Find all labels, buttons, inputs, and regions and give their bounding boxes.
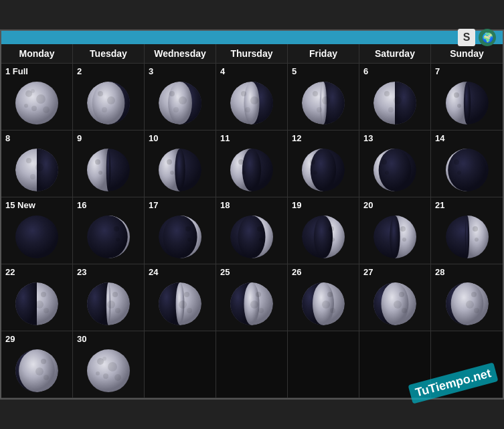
svg-point-115	[238, 216, 266, 258]
svg-point-177	[402, 308, 407, 313]
moon-phase	[228, 213, 276, 261]
day-number: 7	[434, 66, 440, 76]
svg-point-78	[238, 159, 244, 165]
calendar-cell: 20	[359, 197, 431, 264]
svg-point-5	[43, 106, 50, 113]
day-number: 25	[219, 267, 230, 277]
day-number: 17	[147, 200, 158, 210]
svg-rect-64	[86, 147, 108, 193]
svg-point-65	[106, 149, 110, 191]
moon-phase	[228, 79, 276, 127]
svg-point-161	[256, 292, 261, 297]
svg-point-109	[163, 216, 197, 258]
day-number: 26	[290, 267, 301, 277]
svg-point-191	[44, 375, 49, 380]
svg-point-134	[473, 226, 478, 232]
day-number: 18	[219, 200, 230, 210]
moon-phase	[443, 79, 491, 127]
svg-point-128	[400, 226, 406, 232]
svg-point-91	[385, 171, 389, 175]
svg-point-59	[26, 158, 31, 163]
day-number: 30	[76, 334, 86, 344]
calendar-cell: 4	[216, 64, 288, 131]
svg-point-52	[454, 92, 459, 98]
svg-point-39	[317, 107, 322, 112]
moon-phase	[13, 79, 61, 127]
days-header: Monday Tuesday Wednesday Thursday Friday…	[1, 44, 503, 64]
svg-point-66	[95, 159, 100, 165]
day-number: 9	[76, 133, 82, 143]
calendar-cell: 24	[145, 264, 216, 331]
calendar-cell: 7	[431, 64, 503, 131]
svg-point-96	[454, 159, 459, 165]
day-number: 8	[4, 133, 10, 143]
moon-phase	[13, 280, 61, 328]
svg-rect-145	[86, 281, 108, 327]
moon-phase	[228, 146, 276, 194]
svg-point-175	[399, 292, 404, 297]
moon-phase	[299, 146, 347, 194]
svg-point-127	[390, 216, 400, 258]
title-icons: S 🌍	[458, 29, 496, 46]
calendar-cell: 16	[73, 197, 145, 264]
day-saturday: Saturday	[359, 44, 431, 64]
svg-point-123	[331, 238, 335, 242]
moon-phase	[299, 280, 347, 328]
svg-point-163	[258, 308, 264, 313]
svg-point-97	[457, 171, 461, 175]
svg-point-53	[457, 104, 461, 108]
svg-point-117	[259, 238, 263, 242]
moon-phase	[84, 213, 133, 261]
svg-point-30	[250, 96, 258, 104]
svg-point-189	[41, 359, 46, 364]
calendar-cell: 19	[288, 197, 359, 264]
moon-phase	[371, 79, 419, 127]
svg-point-133	[465, 216, 469, 258]
svg-point-60	[35, 163, 44, 171]
svg-rect-132	[467, 214, 490, 260]
svg-point-111	[187, 238, 191, 242]
day-number: 27	[362, 267, 373, 277]
svg-point-90	[382, 159, 387, 165]
svg-point-23	[173, 107, 179, 112]
svg-point-4	[31, 106, 37, 111]
svg-point-129	[402, 238, 406, 242]
calendar-cell	[145, 331, 216, 398]
svg-point-176	[394, 301, 402, 309]
calendar-cell: 6	[359, 64, 431, 131]
calendar-cell	[216, 331, 288, 398]
moon-phase	[443, 213, 491, 261]
calendar-cell: 25	[216, 264, 288, 331]
calendar-cell: 11	[216, 131, 288, 197]
svg-point-61	[30, 174, 35, 179]
svg-point-141	[35, 301, 44, 309]
calendar-cell: 1 Full	[1, 64, 73, 131]
day-thursday: Thursday	[216, 44, 288, 64]
svg-point-149	[115, 308, 120, 313]
svg-point-162	[250, 301, 258, 309]
svg-point-104	[114, 226, 119, 232]
svg-point-31	[245, 107, 250, 112]
svg-point-168	[327, 292, 333, 297]
globe-icon[interactable]: 🌍	[479, 29, 496, 46]
calendar-cell	[288, 331, 359, 398]
svg-point-190	[35, 367, 44, 375]
s-icon[interactable]: S	[458, 29, 475, 46]
svg-point-147	[112, 292, 118, 297]
calendar-title: S 🌍	[1, 31, 503, 44]
svg-point-154	[184, 292, 189, 297]
day-number: 22	[4, 267, 15, 277]
day-number: 6	[362, 66, 368, 76]
day-sunday: Sunday	[431, 44, 503, 64]
svg-point-38	[322, 96, 330, 104]
svg-point-105	[116, 238, 120, 242]
day-number: 4	[219, 66, 225, 76]
svg-point-140	[41, 292, 46, 297]
svg-point-156	[187, 308, 192, 313]
svg-point-135	[475, 238, 479, 242]
calendar-cell: 10	[145, 131, 216, 197]
svg-point-83	[311, 149, 336, 191]
day-number: 24	[147, 267, 158, 277]
calendar-cell: 17	[145, 197, 216, 264]
day-number: 10	[147, 133, 158, 143]
